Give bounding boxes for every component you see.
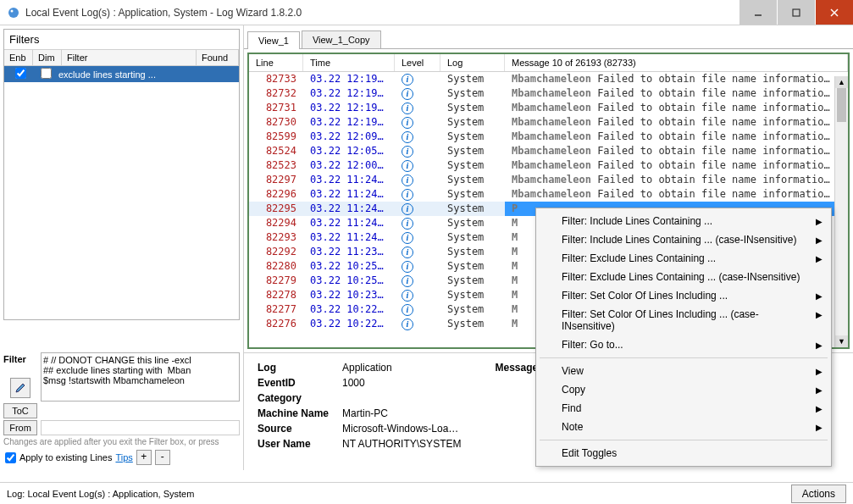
menu-item[interactable]: Filter: Include Lines Containing ... (ca… (538, 230, 829, 249)
table-row[interactable]: 8273003.22 12:19…iSystemMbamchameleon Fa… (249, 115, 848, 130)
info-icon: i (402, 318, 413, 330)
filter-textarea[interactable] (41, 352, 240, 402)
dlabel-log: Log (258, 362, 342, 374)
close-button[interactable] (815, 0, 853, 25)
chevron-right-icon: ▶ (816, 254, 823, 263)
chevron-right-icon: ▶ (816, 385, 823, 395)
pencil-icon[interactable] (10, 378, 30, 398)
scroll-up-icon[interactable]: ▲ (835, 76, 848, 88)
dval-machine: Martin-PC (342, 407, 388, 419)
toc-button[interactable]: ToC (3, 403, 37, 418)
col-time[interactable]: Time (303, 54, 395, 71)
filter-enb-checkbox[interactable] (15, 68, 26, 79)
maximize-button[interactable] (777, 0, 815, 25)
info-icon: i (402, 275, 413, 287)
menu-separator (540, 440, 828, 440)
info-icon: i (402, 88, 413, 100)
dval-eventid: 1000 (342, 377, 365, 389)
info-icon: i (402, 102, 413, 114)
tabs: View_1 View_1_Copy (244, 25, 853, 49)
svg-point-0 (8, 8, 19, 18)
info-icon: i (402, 203, 413, 215)
menu-item[interactable]: Filter: Exclude Lines Containing ... (ca… (538, 268, 829, 286)
table-row[interactable]: 8229603.22 11:24…iSystemMbamchameleon Fa… (249, 187, 848, 202)
col-enb[interactable]: Enb (4, 50, 33, 65)
statusbar: Log: Local Event Log(s) : Application, S… (0, 482, 853, 504)
dlabel-machine: Machine Name (258, 407, 342, 419)
chevron-right-icon: ▶ (816, 367, 823, 376)
grid-header: Line Time Level Log Message 10 of 26193 … (249, 54, 848, 72)
menu-item[interactable]: Note▶ (538, 418, 829, 436)
minus-button[interactable]: - (155, 450, 170, 465)
filter-row-text: exclude lines starting ... (58, 69, 156, 80)
filter-edit-label: Filter (3, 352, 37, 364)
chevron-right-icon: ▶ (816, 291, 823, 301)
table-row[interactable]: 8252303.22 12:00…iSystemMbamchameleon Fa… (249, 158, 848, 173)
table-row[interactable]: 8252403.22 12:05…iSystemMbamchameleon Fa… (249, 144, 848, 158)
menu-item[interactable]: Copy▶ (538, 380, 829, 399)
chevron-right-icon: ▶ (816, 310, 823, 319)
col-filter[interactable]: Filter (62, 50, 197, 65)
filter-hint: Changes are applied after you exit the F… (3, 435, 240, 448)
table-row[interactable]: 8273203.22 12:19…iSystemMbamchameleon Fa… (249, 86, 848, 101)
col-dim[interactable]: Dim (33, 50, 62, 65)
col-level[interactable]: Level (395, 54, 440, 71)
info-icon: i (402, 218, 413, 230)
dval-source: Microsoft-Windows-Loa… (342, 423, 458, 435)
svg-rect-3 (793, 9, 800, 16)
context-menu: Filter: Include Lines Containing ...▶Fil… (535, 208, 832, 467)
menu-item[interactable]: Edit Toggles (538, 444, 829, 462)
dlabel-username: User Name (258, 438, 342, 450)
dval-log: Application (342, 362, 392, 374)
info-icon: i (402, 74, 413, 86)
app-icon (7, 6, 20, 19)
menu-item[interactable]: Filter: Include Lines Containing ...▶ (538, 212, 829, 230)
table-row[interactable]: 8259903.22 12:09…iSystemMbamchameleon Fa… (249, 130, 848, 144)
table-row[interactable]: 8229703.22 11:24…iSystemMbamchameleon Fa… (249, 173, 848, 187)
col-log[interactable]: Log (440, 54, 505, 71)
tab-view1[interactable]: View_1 (247, 31, 300, 49)
scrollbar-vertical[interactable]: ▲ ▼ (834, 76, 848, 347)
tab-view1copy[interactable]: View_1_Copy (302, 30, 381, 48)
scroll-thumb[interactable] (837, 88, 846, 122)
menu-item[interactable]: Filter: Exclude Lines Containing ...▶ (538, 249, 829, 268)
filter-row[interactable]: exclude lines starting ... (4, 66, 239, 82)
info-icon: i (402, 174, 413, 186)
chevron-right-icon: ▶ (816, 341, 823, 350)
chevron-right-icon: ▶ (816, 404, 823, 413)
chevron-right-icon: ▶ (816, 235, 823, 245)
dval-username: NT AUTHORITY\SYSTEM (342, 438, 461, 450)
dlabel-category: Category (258, 392, 342, 404)
apply-label: Apply to existing Lines (19, 452, 112, 462)
actions-button[interactable]: Actions (791, 485, 846, 503)
plus-button[interactable]: + (136, 450, 152, 465)
col-found[interactable]: Found (197, 50, 239, 65)
minimize-button[interactable] (739, 0, 777, 25)
info-icon: i (402, 160, 413, 172)
chevron-right-icon: ▶ (816, 217, 823, 226)
filters-panel: Filters Enb Dim Filter Found exclude lin… (3, 29, 240, 320)
filter-dim-checkbox[interactable] (41, 68, 52, 79)
info-icon: i (402, 261, 413, 273)
menu-item[interactable]: View▶ (538, 362, 829, 380)
apply-checkbox[interactable] (5, 452, 16, 463)
tips-link[interactable]: Tips (115, 452, 132, 462)
scroll-down-icon[interactable]: ▼ (835, 335, 848, 347)
menu-item[interactable]: Filter: Set Color Of Lines Including ...… (538, 286, 829, 305)
info-icon: i (402, 117, 413, 129)
info-icon: i (402, 290, 413, 302)
filters-title: Filters (4, 30, 239, 50)
titlebar: Local Event Log(s) : Application, System… (0, 0, 853, 25)
info-icon: i (402, 146, 413, 158)
col-line[interactable]: Line (249, 54, 303, 71)
table-row[interactable]: 8273303.22 12:19…iSystemMbamchameleon Fa… (249, 72, 848, 86)
from-button[interactable]: From (3, 420, 37, 435)
window-title: Local Event Log(s) : Application, System… (25, 7, 739, 19)
menu-item[interactable]: Find▶ (538, 399, 829, 418)
table-row[interactable]: 8273103.22 12:19…iSystemMbamchameleon Fa… (249, 101, 848, 115)
col-msg[interactable]: Message 10 of 26193 (82733) (505, 54, 848, 71)
menu-item[interactable]: Filter: Go to...▶ (538, 335, 829, 354)
info-icon: i (402, 246, 413, 258)
menu-item[interactable]: Filter: Set Color Of Lines Including ...… (538, 305, 829, 335)
info-icon: i (402, 189, 413, 201)
